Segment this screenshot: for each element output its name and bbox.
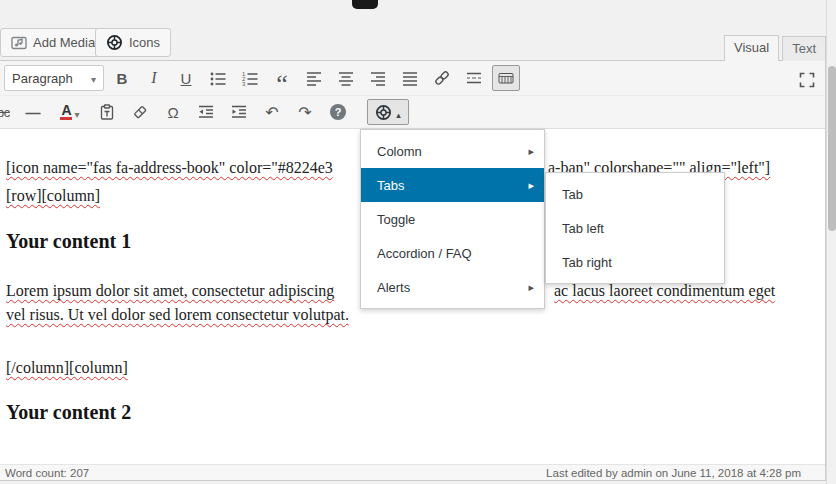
strikethrough-button[interactable]: abc [0,99,14,125]
svg-text:3: 3 [242,81,246,86]
chevron-down-icon [74,104,79,121]
paste-as-text-icon [99,104,115,120]
icons-button[interactable]: Icons [95,28,171,57]
chevron-up-icon [396,104,401,121]
menu-item-label: Colomn [377,144,422,159]
eraser-icon [132,104,148,120]
bullet-list-button[interactable] [204,65,232,91]
editor-mode-tabs: Visual Text [724,35,826,61]
toolbar-row-1: Paragraph B I U 123 “ [0,61,825,96]
redo-icon: ↷ [298,103,311,122]
content-heading-2: Your content 2 [6,401,131,424]
add-media-button[interactable]: Add Media [0,28,106,57]
indent-button[interactable] [225,99,253,125]
undo-icon: ↶ [265,103,278,122]
help-button[interactable]: ? [324,99,352,125]
link-button[interactable] [428,65,456,91]
menu-item-colomn[interactable]: Colomn [361,134,544,168]
horizontal-rule-icon: — [26,104,41,121]
strikethrough-icon: abc [0,105,10,120]
menu-item-alerts[interactable]: Alerts [361,270,544,304]
omega-icon: Ω [167,104,178,121]
add-media-label: Add Media [33,35,95,50]
tab-text[interactable]: Text [782,36,826,61]
italic-button[interactable]: I [140,65,168,91]
blockquote-button[interactable]: “ [268,65,296,91]
browser-artifact [352,0,378,9]
submenu-item-tab-left[interactable]: Tab left [546,211,724,245]
scrollbar[interactable] [826,0,836,484]
menu-item-label: Tab [562,187,583,202]
menu-item-label: Tab left [562,221,604,236]
menu-item-label: Toggle [377,212,415,227]
italic-icon: I [151,69,156,87]
scrollbar-thumb[interactable] [828,66,836,231]
align-center-button[interactable] [332,65,360,91]
link-icon [434,70,450,86]
align-center-icon [338,70,354,86]
tab-visual[interactable]: Visual [724,35,779,61]
horizontal-rule-button[interactable]: — [19,99,47,125]
fullscreen-icon [798,71,816,89]
redo-button[interactable]: ↷ [291,99,319,125]
icons-dropdown-menu: Colomn Tabs Toggle Accordion / FAQ Alert… [360,129,545,309]
numbered-list-button[interactable]: 123 [236,65,264,91]
more-tag-button[interactable] [460,65,488,91]
toolbar-toggle-icon [498,70,514,86]
toolbar-toggle-button[interactable] [492,65,520,91]
add-media-icon [11,35,27,51]
menu-item-accordion-faq[interactable]: Accordion / FAQ [361,236,544,270]
outdent-button[interactable] [192,99,220,125]
icons-plugin-icon [106,34,123,51]
bullet-list-icon [210,70,226,86]
text-color-button[interactable]: A [52,99,88,125]
editor-toolbar: Paragraph B I U 123 “ [0,61,825,129]
icons-plugin-icon [375,104,392,121]
submenu-item-tab-right[interactable]: Tab right [546,245,724,279]
align-right-button[interactable] [364,65,392,91]
wordpress-classic-editor: Add Media Icons Visual Text Paragraph [0,0,836,484]
last-edited: Last edited by admin on June 11, 2018 at… [546,467,801,479]
undo-button[interactable]: ↶ [258,99,286,125]
menu-item-label: Alerts [377,280,410,295]
menu-item-toggle[interactable]: Toggle [361,202,544,236]
shortcode-line-2: [row][column] [6,187,100,205]
lorem-line-2: vel risus. Ut vel dolor sed lorem consec… [6,306,349,324]
align-left-icon [306,70,322,86]
blockquote-icon: “ [276,79,288,89]
format-select[interactable]: Paragraph [4,65,104,91]
bold-icon: B [117,70,128,87]
justify-icon [402,70,418,86]
indent-icon [231,104,247,120]
text-color-icon: A [60,104,72,120]
media-buttons-row: Add Media Icons Visual Text [0,26,826,60]
bold-button[interactable]: B [108,65,136,91]
underline-icon: U [181,70,192,87]
special-character-button[interactable]: Ω [159,99,187,125]
menu-item-tabs[interactable]: Tabs [361,168,544,202]
lorem-line-1: Lorem ipsum dolor sit amet, consectetur … [6,282,334,300]
menu-item-label: Tabs [377,178,404,193]
content-heading-1: Your content 1 [6,230,131,253]
menu-item-label: Tab right [562,255,612,270]
more-tag-icon [466,70,482,86]
format-select-value: Paragraph [12,71,73,86]
help-icon: ? [330,104,346,120]
justify-button[interactable] [396,65,424,91]
word-count: Word count: 207 [5,467,89,479]
submenu-item-tab[interactable]: Tab [546,177,724,211]
shortcode-line-1: [icon name="fas fa-address-book" color="… [6,159,333,177]
paste-as-text-button[interactable] [93,99,121,125]
toolbar-row-2: abc — A Ω [0,96,825,128]
icons-button-label: Icons [129,35,160,50]
icons-shortcode-menu-button[interactable] [367,99,409,125]
align-right-icon [370,70,386,86]
shortcode-line-3: [/column][column] [6,359,128,377]
outdent-icon [198,104,214,120]
clear-formatting-button[interactable] [126,99,154,125]
underline-button[interactable]: U [172,65,200,91]
fullscreen-button[interactable] [795,69,819,91]
tabs-submenu: Tab Tab left Tab right [545,172,725,284]
menu-item-label: Accordion / FAQ [377,246,472,261]
align-left-button[interactable] [300,65,328,91]
